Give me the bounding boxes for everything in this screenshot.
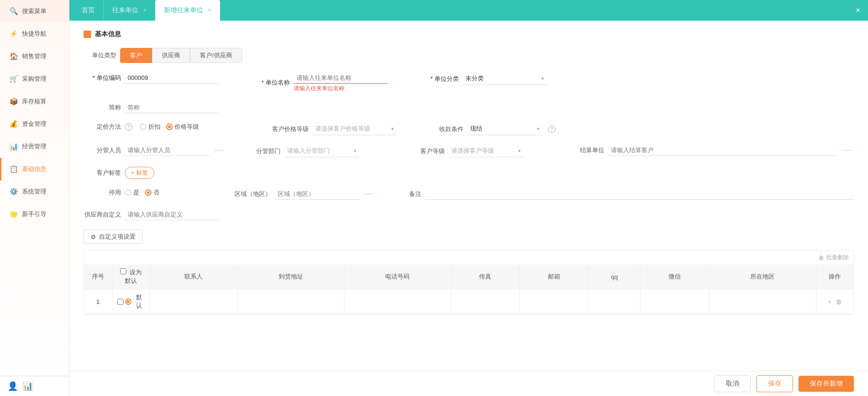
sidebar-expand-icon: 📊 (23, 381, 33, 391)
batch-delete-icon: 🗑 (819, 255, 824, 261)
save-new-button[interactable]: 保存并新增 (799, 376, 854, 392)
pricing-radio-level-label: 价格等级 (175, 123, 199, 131)
bottom-bar: 取消 保存 保存并新增 (69, 371, 868, 396)
unit-code-field: * 单位编码 (84, 72, 243, 84)
payment-terms-chevron: ▾ (537, 126, 540, 132)
sidebar-item-quick-nav[interactable]: ⚡ 快捷导航 (0, 23, 69, 45)
abbr-input[interactable] (125, 102, 219, 113)
cancel-button[interactable]: 取消 (714, 375, 751, 392)
customer-level-placeholder: 请选择客户等级 (451, 147, 494, 155)
abbr-field: 简称 (84, 102, 243, 113)
row-phone (344, 289, 451, 314)
department-field: 分管部门 请输入分管部门 ▾ (243, 145, 403, 157)
sidebar-item-purchase[interactable]: 🛒 采购管理 (0, 68, 69, 90)
batch-delete-button[interactable]: 🗑 批量删除 (819, 254, 849, 262)
disabled-radio-yes[interactable]: 是 (125, 188, 139, 197)
manager-field: 分管人员 ··· (84, 145, 243, 156)
sidebar-user-icon: 👤 (8, 381, 18, 391)
tabbar-close-btn[interactable]: × (852, 6, 864, 16)
unit-category-select[interactable]: 未分类 ▾ (463, 72, 547, 85)
col-email: 邮箱 (520, 264, 589, 289)
customer-price-level-placeholder: 请选择客户价格等级 (315, 124, 370, 133)
notes-input[interactable] (425, 188, 854, 200)
row-wechat (640, 289, 709, 314)
disabled-no-circle (145, 189, 152, 196)
table-row: 1 默认 (84, 289, 853, 314)
batch-delete-label: 批量删除 (826, 254, 849, 262)
region-more-btn[interactable]: ··· (363, 190, 376, 198)
sidebar-item-label: 销售管理 (22, 52, 46, 61)
sidebar-item-basic-info[interactable]: 📋 基础信息 (0, 158, 69, 180)
pricing-radio-group: 折扣 价格等级 (140, 123, 199, 131)
sidebar-item-label: 系统管理 (22, 187, 46, 196)
payment-terms-label: 收款条件 (431, 125, 464, 133)
pricing-help-icon[interactable]: ? (125, 123, 132, 131)
row-delete-btn[interactable]: 🗑 (836, 298, 842, 305)
department-select[interactable]: 请输入分管部门 ▾ (284, 145, 359, 157)
tab-partners-close[interactable]: × (143, 7, 146, 14)
payment-terms-field: 收款条件 现结 ▾ ? (421, 123, 854, 135)
col-seq: 序号 (84, 264, 112, 289)
sidebar-item-label: 搜索菜单 (22, 7, 46, 16)
row-checkbox[interactable] (117, 299, 123, 305)
sidebar-item-search[interactable]: 🔍 搜索菜单 (0, 0, 69, 23)
pricing-radio-level[interactable]: 价格等级 (166, 123, 199, 131)
manager-more-btn[interactable]: ··· (213, 146, 226, 155)
unit-btn-both[interactable]: 客户/供应商 (190, 48, 242, 63)
section-title: 基本信息 (95, 30, 121, 39)
inventory-icon: 📦 (9, 97, 18, 106)
unit-btn-customer[interactable]: 客户 (120, 48, 152, 63)
supplier-custom-input[interactable] (125, 209, 219, 220)
row-fax (451, 289, 520, 314)
tab-new-partner[interactable]: 新增往来单位 × (155, 0, 220, 21)
customer-tag-row: 客户标签 + 标签 (84, 167, 854, 179)
sidebar-item-inventory[interactable]: 📦 库存核算 (0, 90, 69, 113)
custom-settings-button[interactable]: ⚙ 自定义项设置 (84, 230, 143, 244)
unit-category-field: * 单位分类 未分类 ▾ (412, 72, 854, 85)
unit-type-label: 单位类型 (84, 51, 116, 60)
add-tag-button[interactable]: + 标签 (125, 167, 154, 179)
select-all-checkbox[interactable] (120, 268, 126, 274)
col-qq: qq (588, 264, 640, 289)
supplier-custom-label: 供应商自定义 (84, 210, 121, 219)
unit-name-input[interactable] (294, 72, 388, 84)
row-default-radio-circle (125, 298, 131, 305)
disabled-radio-no[interactable]: 否 (145, 188, 160, 197)
unit-code-input[interactable] (125, 72, 219, 84)
manager-input[interactable] (125, 145, 209, 156)
notes-label: 备注 (403, 190, 421, 198)
payment-terms-help-icon[interactable]: ? (548, 125, 556, 133)
settlement-unit-input[interactable] (608, 145, 838, 156)
sidebar-item-operations[interactable]: 📊 经营管理 (0, 135, 69, 158)
add-tag-label: + 标签 (131, 169, 148, 177)
row-add-btn[interactable]: + (828, 298, 831, 305)
pricing-row: 定价方法 ? 折扣 价格等级 客户价格等级 请选择客户价格等级 (84, 123, 854, 135)
settlement-unit-more-btn[interactable]: ··· (841, 146, 854, 155)
customer-price-level-select[interactable]: 请选择客户价格等级 ▾ (312, 123, 397, 135)
sidebar-item-finance[interactable]: 💰 资金管理 (0, 113, 69, 135)
form-content: 基本信息 单位类型 客户 供应商 客户/供应商 * 单位编码 * 单位名称 (69, 21, 868, 371)
save-button[interactable]: 保存 (756, 375, 793, 392)
sidebar-item-guide[interactable]: 🌟 新手引导 (0, 203, 69, 225)
tab-home[interactable]: 首页 (73, 0, 104, 21)
pricing-radio-level-circle (166, 124, 173, 130)
customer-level-field: 客户等级 请选择客户等级 ▾ (403, 145, 562, 157)
supplier-custom-field: 供应商自定义 (84, 209, 854, 220)
region-input[interactable] (275, 188, 359, 200)
table-header-row-tr: 序号 设为默认 联系人 到货地址 电话号码 传真 邮箱 qq 微信 所在地区 (84, 264, 853, 289)
customer-level-select[interactable]: 请选择客户等级 ▾ (449, 145, 524, 157)
sidebar-item-system[interactable]: ⚙️ 系统管理 (0, 180, 69, 203)
unit-btn-supplier[interactable]: 供应商 (152, 48, 190, 63)
payment-terms-value: 现结 (470, 124, 482, 133)
row-email (520, 289, 589, 314)
pricing-radio-discount[interactable]: 折扣 (140, 123, 160, 131)
tab-new-partner-close[interactable]: × (208, 7, 211, 14)
unit-type-row: 单位类型 客户 供应商 客户/供应商 (84, 48, 854, 63)
sidebar-item-sales[interactable]: 🏠 销售管理 (0, 45, 69, 68)
col-phone: 电话号码 (344, 264, 451, 289)
tab-partners[interactable]: 往来单位 × (104, 0, 155, 21)
row-contact (150, 289, 237, 314)
row-default-radio[interactable]: 默认 (125, 293, 145, 310)
pricing-radio-discount-label: 折扣 (148, 123, 160, 131)
payment-terms-select[interactable]: 现结 ▾ (467, 123, 542, 135)
